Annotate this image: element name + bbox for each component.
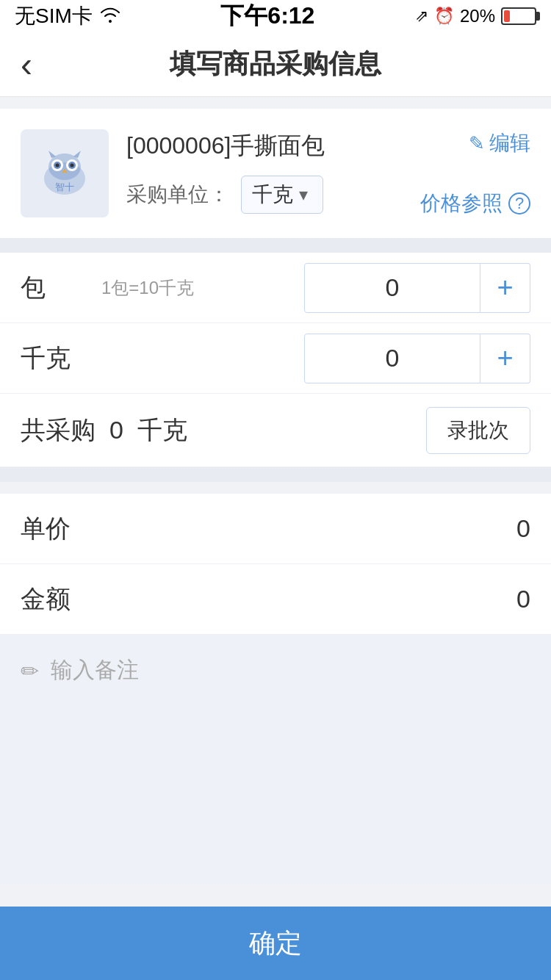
location-icon: ⇗	[415, 7, 428, 26]
amount-row: 金额 0	[0, 564, 551, 635]
remark-section[interactable]: ✏ 输入备注	[0, 635, 551, 884]
svg-point-6	[56, 164, 60, 167]
price-amount-section: 单价 0 金额 0	[0, 494, 551, 635]
back-button[interactable]: ‹	[21, 44, 32, 84]
product-image: 智十	[21, 129, 109, 217]
kg-input-row: 千克 0 +	[0, 323, 551, 394]
purchase-unit-label: 采购单位：	[126, 181, 229, 209]
alarm-icon: ⏰	[434, 7, 454, 26]
battery-icon	[501, 7, 536, 25]
price-ref-area: 价格参照 ?	[420, 190, 530, 217]
section-divider-2	[0, 467, 551, 482]
record-batch-button[interactable]: 录批次	[426, 407, 530, 454]
summary-text: 共采购 0 千克	[21, 414, 187, 447]
chevron-down-icon: ▾	[299, 184, 308, 205]
unit-price-label: 单价	[21, 512, 71, 546]
edit-button[interactable]: ✎ 编辑	[469, 129, 530, 157]
svg-marker-9	[48, 151, 56, 158]
product-logo: 智十	[35, 148, 94, 199]
svg-marker-10	[73, 151, 81, 158]
price-ref-label: 价格参照	[420, 190, 503, 217]
bao-input-wrapper: 0 +	[304, 263, 530, 313]
unit-select[interactable]: 千克 ▾	[241, 176, 323, 214]
unit-value: 千克	[252, 181, 293, 209]
status-left: 无SIM卡	[15, 2, 120, 30]
section-divider-1	[0, 238, 551, 253]
unit-price-row: 单价 0	[0, 494, 551, 564]
svg-point-7	[71, 164, 74, 167]
bao-sublabel: 1包=10千克	[101, 276, 194, 300]
bao-plus-button[interactable]: +	[480, 263, 530, 313]
wifi-icon	[100, 4, 120, 28]
unit-price-value: 0	[516, 514, 530, 543]
kg-label: 千克	[21, 342, 94, 375]
carrier-label: 无SIM卡	[15, 2, 93, 30]
help-icon: ?	[508, 192, 530, 215]
product-card: 智十 [0000006]手撕面包 采购单位： 千克 ▾ ✎ 编辑 价格参照 ?	[0, 109, 551, 238]
svg-text:智十: 智十	[55, 181, 74, 192]
pencil-icon: ✏	[21, 658, 39, 684]
status-time: 下午6:12	[220, 0, 314, 32]
amount-label: 金额	[21, 583, 71, 616]
bao-input-row: 包 1包=10千克 0 +	[0, 253, 551, 323]
kg-input-wrapper: 0 +	[304, 334, 530, 383]
summary-row: 共采购 0 千克 录批次	[0, 394, 551, 467]
status-right: ⇗ ⏰ 20%	[415, 6, 536, 26]
price-ref-button[interactable]: 价格参照 ?	[420, 190, 530, 217]
summary-unit: 千克	[137, 416, 187, 444]
kg-plus-button[interactable]: +	[480, 334, 530, 383]
confirm-button[interactable]: 确定	[0, 907, 551, 980]
bao-label: 包	[21, 271, 94, 305]
page-title: 填写商品采购信息	[170, 46, 381, 82]
summary-value: 0	[109, 416, 123, 444]
edit-label: 编辑	[489, 129, 530, 157]
remark-placeholder: 输入备注	[51, 655, 139, 685]
nav-bar: ‹ 填写商品采购信息	[0, 32, 551, 97]
input-section: 包 1包=10千克 0 + 千克 0 + 共采购 0 千克 录批次	[0, 253, 551, 467]
kg-input[interactable]: 0	[304, 334, 480, 383]
summary-prefix: 共采购	[21, 416, 96, 444]
bao-input[interactable]: 0	[304, 263, 480, 313]
amount-value: 0	[516, 585, 530, 613]
battery-percent: 20%	[460, 6, 495, 26]
status-bar: 无SIM卡 下午6:12 ⇗ ⏰ 20%	[0, 0, 551, 32]
edit-icon: ✎	[469, 132, 485, 155]
